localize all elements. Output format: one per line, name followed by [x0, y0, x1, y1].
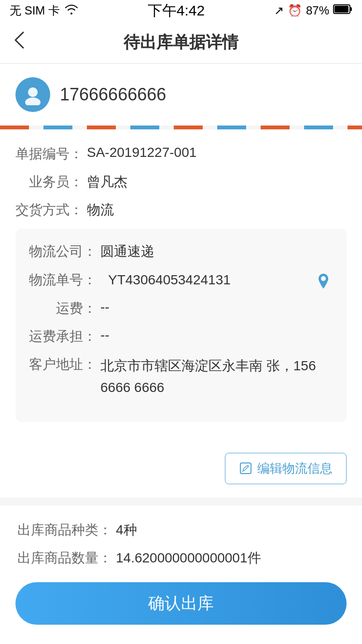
location-icon: ↗ — [274, 4, 284, 17]
doc-number-label: 单据编号： — [15, 145, 83, 163]
alarm-icon: ⏰ — [288, 4, 302, 17]
dashed-divider — [0, 126, 362, 129]
status-time: 下午4:42 — [148, 1, 205, 21]
status-left: 无 SIM 卡 — [10, 3, 78, 18]
back-button[interactable] — [14, 30, 25, 54]
carrier-text: 无 SIM 卡 — [10, 3, 60, 18]
user-phone: 17666666666 — [60, 84, 166, 105]
goods-types-row: 出库商品种类： 4种 — [15, 521, 347, 539]
freight-row: 运费： -- — [29, 299, 333, 318]
delivery-method-value: 物流 — [87, 201, 347, 219]
delivery-method-row: 交货方式： 物流 — [15, 201, 347, 219]
confirm-btn-label: 确认出库 — [148, 592, 214, 615]
battery-text: 87% — [306, 4, 329, 17]
freight-value: -- — [100, 299, 333, 315]
svg-rect-2 — [334, 6, 348, 13]
freight-bearer-value: -- — [100, 327, 333, 343]
address-row: 客户地址： 北京市市辖区海淀区永丰南 张，156 6666 6666 — [29, 355, 333, 399]
location-pin-icon[interactable] — [314, 270, 333, 290]
logistics-company-value: 圆通速递 — [100, 242, 333, 261]
confirm-outbound-button[interactable]: 确认出库 — [15, 582, 347, 625]
address-label: 客户地址： — [29, 355, 97, 374]
logistics-company-row: 物流公司： 圆通速递 — [29, 242, 333, 261]
svg-point-3 — [28, 87, 38, 97]
freight-label: 运费： — [29, 299, 97, 318]
edit-logistics-button[interactable]: 编辑物流信息 — [225, 453, 347, 484]
address-value: 北京市市辖区海淀区永丰南 张，156 6666 6666 — [100, 355, 333, 399]
wifi-icon — [65, 4, 78, 17]
edit-logistics-label: 编辑物流信息 — [257, 460, 333, 477]
goods-types-value: 4种 — [116, 521, 347, 539]
doc-number-value: SA-20191227-001 — [87, 145, 347, 160]
svg-point-6 — [321, 276, 326, 281]
goods-quantity-label: 出库商品数量： — [15, 549, 112, 567]
svg-rect-1 — [350, 7, 352, 11]
avatar — [15, 77, 50, 112]
delivery-method-label: 交货方式： — [15, 201, 83, 219]
page-title: 待出库单据详情 — [124, 31, 238, 54]
logistics-company-label: 物流公司： — [29, 242, 97, 261]
status-right: ↗ ⏰ 87% — [274, 4, 352, 17]
freight-bearer-row: 运费承担： -- — [29, 327, 333, 346]
logistics-card: 物流公司： 圆通速递 物流单号： YT43064053424131 运费： -- — [15, 229, 347, 422]
svg-point-4 — [25, 98, 41, 105]
goods-quantity-row: 出库商品数量： 14.620000000000001件 — [15, 549, 347, 567]
goods-quantity-value: 14.620000000000001件 — [116, 549, 347, 567]
doc-info-section: 单据编号： SA-20191227-001 业务员： 曾凡杰 交货方式： 物流 … — [0, 129, 362, 445]
bottom-area: 确认出库 — [0, 573, 362, 644]
sales-person-label: 业务员： — [15, 173, 83, 191]
doc-number-row: 单据编号： SA-20191227-001 — [15, 145, 347, 163]
tracking-label: 物流单号： — [29, 271, 97, 289]
tracking-value: YT43064053424131 — [108, 272, 306, 288]
edit-logistics-area: 编辑物流信息 — [0, 445, 362, 498]
section-divider-1 — [0, 498, 362, 505]
battery-icon — [333, 4, 352, 17]
sales-person-value: 曾凡杰 — [87, 173, 347, 191]
freight-bearer-label: 运费承担： — [29, 327, 97, 346]
user-section: 17666666666 — [0, 64, 362, 126]
goods-types-label: 出库商品种类： — [15, 521, 112, 539]
status-bar: 无 SIM 卡 下午4:42 ↗ ⏰ 87% — [0, 0, 362, 21]
tracking-row: 物流单号： YT43064053424131 — [29, 270, 333, 290]
svg-rect-7 — [240, 463, 251, 474]
nav-bar: 待出库单据详情 — [0, 21, 362, 64]
sales-person-row: 业务员： 曾凡杰 — [15, 173, 347, 191]
